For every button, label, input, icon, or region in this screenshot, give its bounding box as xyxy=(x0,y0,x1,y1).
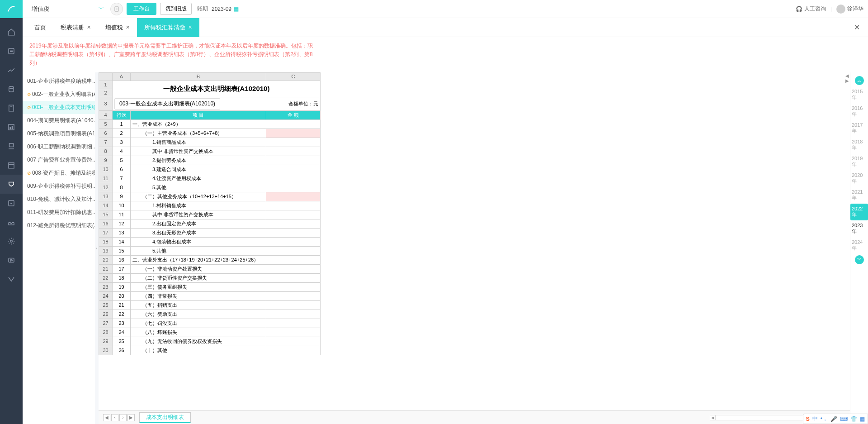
form-list-item-6[interactable]: 007-广告费和业务宣传费跨... xyxy=(23,153,95,167)
row-seq[interactable]: 25 xyxy=(113,337,131,346)
row-amount[interactable] xyxy=(266,291,321,300)
row-amount[interactable] xyxy=(266,119,321,129)
doc-icon-button[interactable] xyxy=(110,3,123,15)
form-list-item-9[interactable]: 010-免税、减计收入及加计... xyxy=(23,193,95,206)
row-amount[interactable] xyxy=(266,192,321,201)
row-seq[interactable]: 9 xyxy=(113,192,131,201)
row-seq[interactable]: 18 xyxy=(113,273,131,282)
form-list-item-10[interactable]: 011-研发费用加计扣除优惠... xyxy=(23,206,95,219)
row-item[interactable]: 二、营业外支出（17+18+19+20+21+22+23+24+25+26） xyxy=(131,255,266,264)
row-seq[interactable]: 19 xyxy=(113,282,131,291)
tab-2[interactable]: 增值税✕ xyxy=(98,18,137,37)
ime-keyboard-icon[interactable]: ⌨ xyxy=(840,416,848,422)
form-list-item-3[interactable]: 004-期间费用明细表(A1040... xyxy=(23,114,95,127)
row-amount[interactable] xyxy=(266,183,321,192)
year-item[interactable]: 2023年 xyxy=(850,220,868,237)
row-item[interactable]: （七）罚没支出 xyxy=(131,319,266,328)
row-seq[interactable]: 17 xyxy=(113,264,131,273)
row-item[interactable]: （五）捐赠支出 xyxy=(131,300,266,310)
tab-close-icon[interactable]: ✕ xyxy=(87,24,91,30)
row-item[interactable]: （一）非流动资产处置损失 xyxy=(131,264,266,273)
col-header[interactable]: B xyxy=(131,72,266,81)
tab-1[interactable]: 税表清册✕ xyxy=(53,18,98,37)
row-amount[interactable] xyxy=(266,246,321,255)
year-item[interactable]: 2021年 xyxy=(850,187,868,204)
row-item[interactable]: 其中:非货币性资产交换成本 xyxy=(131,210,266,219)
sidebar-report[interactable] xyxy=(0,118,23,137)
row-item[interactable]: （二）非货币性资产交换损失 xyxy=(131,273,266,282)
year-item[interactable]: 2024年 xyxy=(850,237,868,254)
consult-link[interactable]: 🎧 人工咨询 xyxy=(796,5,826,13)
sheet-last[interactable]: ▶ xyxy=(127,414,135,421)
row-item[interactable]: 4.包装物出租成本 xyxy=(131,237,266,246)
row-item[interactable]: （十）其他 xyxy=(131,346,266,355)
spreadsheet-grid[interactable]: ABC1一般企业成本支出明细表(A102010)23003-一般企业成本支出明细… xyxy=(99,72,850,410)
year-item[interactable]: 2020年 xyxy=(850,170,868,187)
year-item[interactable]: 2016年 xyxy=(850,103,868,120)
row-amount[interactable] xyxy=(266,310,321,319)
col-header[interactable]: C xyxy=(266,72,321,81)
form-list-item-2[interactable]: ⊘003-一般企业成本支出明细... xyxy=(23,101,95,114)
form-list-item-7[interactable]: ⊘008-资产折旧、摊销及纳税... xyxy=(23,167,95,180)
sheet-prev[interactable]: ‹ xyxy=(111,414,118,421)
ime-mic-icon[interactable]: 🎤 xyxy=(830,416,837,422)
row-item[interactable]: 2.提供劳务成本 xyxy=(131,156,266,165)
row-amount[interactable] xyxy=(266,282,321,291)
form-list-item-5[interactable]: 006-职工薪酬纳税调整明细... xyxy=(23,140,95,153)
row-item[interactable]: （八）坏账损失 xyxy=(131,328,266,337)
ime-punct-icon[interactable]: •， xyxy=(821,415,828,423)
row-amount[interactable] xyxy=(266,273,321,282)
row-amount[interactable] xyxy=(266,201,321,210)
form-list-item-11[interactable]: 012-减免所得税优惠明细表(... xyxy=(23,219,95,232)
row-seq[interactable]: 20 xyxy=(113,291,131,300)
year-item[interactable]: 2015年 xyxy=(850,86,868,103)
sidebar-chart[interactable] xyxy=(0,61,23,80)
sheet-tab[interactable]: 成本支出明细表 xyxy=(139,412,191,423)
sheet-next[interactable]: › xyxy=(119,414,127,421)
row-amount[interactable] xyxy=(266,319,321,328)
switch-old-button[interactable]: 切到旧版 xyxy=(160,3,192,15)
row-seq[interactable]: 14 xyxy=(113,237,131,246)
sidebar-bill[interactable] xyxy=(0,99,23,118)
row-item[interactable]: （二）其他业务成本（10+12+13+14+15） xyxy=(131,192,266,201)
row-item[interactable]: 1.销售商品成本 xyxy=(131,138,266,147)
sidebar-settings[interactable] xyxy=(0,232,23,251)
ime-toolbar[interactable]: S 中 •， 🎤 ⌨ 👕 ▦ xyxy=(803,414,868,424)
tabs-close-all[interactable]: ✕ xyxy=(850,23,863,32)
form-list-item-8[interactable]: 009-企业所得税弥补亏损明... xyxy=(23,180,95,193)
row-item[interactable]: （三）债务重组损失 xyxy=(131,282,266,291)
row-item[interactable]: 2.出租固定资产成本 xyxy=(131,219,266,228)
row-amount[interactable] xyxy=(266,156,321,165)
ime-skin-icon[interactable]: 👕 xyxy=(850,416,857,422)
period-picker[interactable]: 2023-09 ▦ xyxy=(212,6,239,12)
row-item[interactable]: 3.建造合同成本 xyxy=(131,165,266,174)
sidebar-money[interactable] xyxy=(0,80,23,99)
sidebar-inbox[interactable] xyxy=(0,213,23,232)
row-seq[interactable]: 5 xyxy=(113,156,131,165)
form-list-item-0[interactable]: 001-企业所得税年度纳税申... xyxy=(23,75,95,88)
sheet-nav-arrows[interactable]: ◀▶ xyxy=(845,73,849,83)
year-up[interactable]: ︽ xyxy=(855,76,864,85)
tab-3[interactable]: 所得税汇算清缴✕ xyxy=(137,18,199,37)
row-item[interactable]: 1.材料销售成本 xyxy=(131,201,266,210)
row-amount[interactable] xyxy=(266,337,321,346)
row-seq[interactable]: 12 xyxy=(113,219,131,228)
row-item[interactable]: 5.其他 xyxy=(131,246,266,255)
row-seq[interactable]: 11 xyxy=(113,210,131,219)
row-item[interactable]: （一）主营业务成本（3+5+6+7+8） xyxy=(131,129,266,138)
row-amount[interactable] xyxy=(266,210,321,219)
row-amount[interactable] xyxy=(266,147,321,156)
year-item[interactable]: 2022年 xyxy=(850,204,868,220)
row-item[interactable]: （九）无法收回的债券股权投资损失 xyxy=(131,337,266,346)
form-list-item-1[interactable]: ⊘002-一般企业收入明细表(A... xyxy=(23,88,95,101)
row-seq[interactable]: 8 xyxy=(113,183,131,192)
row-seq[interactable]: 7 xyxy=(113,174,131,183)
row-amount[interactable] xyxy=(266,219,321,228)
sidebar-home[interactable] xyxy=(0,23,23,42)
row-seq[interactable]: 23 xyxy=(113,319,131,328)
row-item[interactable]: （四）非常损失 xyxy=(131,291,266,300)
tab-close-icon[interactable]: ✕ xyxy=(188,24,192,30)
row-seq[interactable]: 10 xyxy=(113,201,131,210)
sidebar-calendar[interactable] xyxy=(0,156,23,175)
row-amount[interactable] xyxy=(266,300,321,310)
